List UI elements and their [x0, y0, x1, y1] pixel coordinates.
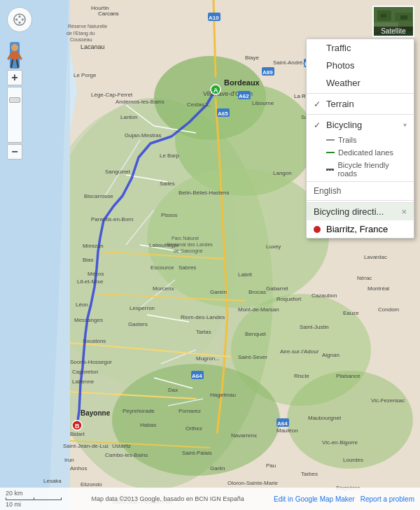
- svg-text:Gasters: Gasters: [128, 321, 148, 327]
- svg-text:Bordeaux: Bordeaux: [224, 78, 260, 87]
- svg-text:Mimizan: Mimizan: [83, 243, 104, 249]
- svg-text:B: B: [75, 423, 80, 430]
- weather-label: Weather: [326, 78, 360, 88]
- destination-item[interactable]: Biarritz, France: [307, 220, 414, 238]
- nav-controls: [7, 7, 32, 32]
- zoom-out-button[interactable]: −: [7, 144, 22, 160]
- svg-text:Riscle: Riscle: [294, 373, 309, 379]
- zoom-controls: + −: [7, 42, 22, 160]
- terrain-item[interactable]: ✓ Terrain: [307, 95, 414, 113]
- svg-text:Libourne: Libourne: [252, 100, 274, 106]
- traffic-item[interactable]: Traffic: [307, 39, 414, 57]
- svg-text:Habas: Habas: [140, 422, 156, 428]
- map-container[interactable]: Bordeaux Villenave-d'Ornon Lacanau Le Po…: [0, 0, 420, 510]
- weather-item[interactable]: Weather: [307, 74, 414, 92]
- svg-text:Brocas: Brocas: [248, 289, 266, 295]
- svg-text:Carcans: Carcans: [98, 10, 119, 17]
- svg-text:Belin-Béliet-Hastens: Belin-Béliet-Hastens: [178, 190, 229, 196]
- svg-text:Navarrenx: Navarrenx: [231, 432, 257, 439]
- zoom-in-button[interactable]: +: [7, 70, 22, 85]
- svg-text:de Gascogne: de Gascogne: [174, 248, 203, 254]
- svg-text:Aire-sur-l'Adour: Aire-sur-l'Adour: [280, 348, 319, 355]
- svg-text:Saint-Sever: Saint-Sever: [238, 354, 267, 360]
- svg-text:Cambo-les-Bains: Cambo-les-Bains: [105, 452, 148, 458]
- svg-marker-156: [18, 22, 21, 24]
- scale-mi: 10 mi: [6, 501, 62, 508]
- trails-subitem: Trails: [307, 134, 414, 146]
- svg-point-9: [112, 364, 280, 476]
- satellite-label: Satellite: [374, 27, 413, 36]
- bicycling-expand[interactable]: ▾: [403, 121, 407, 129]
- pan-button[interactable]: [7, 7, 32, 32]
- svg-text:Dax: Dax: [168, 387, 178, 393]
- svg-text:Le Barp: Le Barp: [160, 153, 180, 159]
- terrain-label: Terrain: [326, 99, 354, 109]
- svg-text:Vic-Fezensac: Vic-Fezensac: [371, 397, 405, 404]
- photos-label: Photos: [326, 60, 354, 71]
- bicycling-check: ✓: [314, 120, 322, 130]
- svg-text:Pomarez: Pomarez: [178, 408, 201, 414]
- svg-text:Maubourgnet: Maubourgnet: [308, 415, 342, 421]
- traffic-label: Traffic: [326, 43, 351, 53]
- svg-text:Vic-en-Bigorre: Vic-en-Bigorre: [322, 439, 358, 446]
- photos-item[interactable]: Photos: [307, 57, 414, 74]
- svg-text:Garlin: Garlin: [210, 465, 225, 472]
- bicycling-directions-label: Bicycling directi...: [314, 206, 384, 217]
- svg-text:Ustaritz: Ustaritz: [112, 443, 131, 449]
- satellite-thumbnail[interactable]: Satellite: [372, 6, 414, 37]
- svg-text:Benquet: Benquet: [245, 331, 267, 337]
- bicycling-item[interactable]: ✓ Bicycling ▾: [307, 116, 414, 134]
- svg-text:Soorts-Hossegor: Soorts-Hossegor: [70, 359, 112, 365]
- svg-text:Lanton: Lanton: [120, 114, 137, 120]
- svg-text:Bayonne: Bayonne: [80, 409, 111, 417]
- svg-text:Aignan: Aignan: [322, 352, 340, 358]
- svg-text:Peyrehorade: Peyrehorade: [122, 408, 155, 414]
- svg-point-160: [11, 44, 18, 51]
- svg-text:Salles: Salles: [160, 180, 175, 187]
- svg-text:Cousseau: Cousseau: [70, 37, 92, 42]
- bicycling-directions-item[interactable]: Bicycling directi... ×: [307, 202, 414, 220]
- svg-text:Condom: Condom: [378, 306, 400, 313]
- streetview-icon[interactable]: [7, 42, 22, 69]
- svg-rect-172: [400, 15, 407, 20]
- zoom-slider[interactable]: [7, 87, 22, 143]
- divider-4: [307, 200, 414, 201]
- svg-rect-161: [11, 52, 18, 60]
- svg-text:Ainhos: Ainhos: [70, 465, 87, 472]
- svg-text:Gujan-Mestras: Gujan-Mestras: [125, 132, 161, 139]
- svg-text:A: A: [214, 87, 218, 94]
- svg-text:Lège-Cap-Ferret: Lège-Cap-Ferret: [91, 92, 133, 98]
- svg-text:Plaisance: Plaisance: [336, 373, 360, 379]
- dedicated-subitem: Dedicated lanes: [307, 146, 414, 159]
- svg-text:Cestas L.: Cestas L.: [187, 101, 211, 108]
- svg-text:Blaye: Blaye: [245, 55, 260, 61]
- svg-text:A64: A64: [192, 373, 202, 379]
- svg-text:Mont-de-Marsan: Mont-de-Marsan: [238, 306, 279, 313]
- copyright-text: Map data ©2013 Google, basado en BCN IGN…: [91, 495, 244, 502]
- svg-text:Lacanau: Lacanau: [80, 43, 105, 50]
- svg-text:Riom-des-Landes: Riom-des-Landes: [181, 314, 225, 320]
- report-problem-link[interactable]: Report a problem: [360, 495, 414, 503]
- dropdown-panel: Traffic Photos Weather ✓ Terrain ✓ Bicyc…: [306, 38, 414, 239]
- svg-text:A64: A64: [277, 420, 288, 427]
- svg-text:Elizondo: Elizondo: [80, 481, 102, 488]
- svg-text:Labouheyre: Labouheyre: [149, 242, 179, 248]
- svg-text:Lesperron: Lesperron: [130, 305, 155, 311]
- trail-icon: [326, 139, 335, 141]
- svg-text:Morcenx: Morcenx: [153, 285, 174, 292]
- edit-map-link[interactable]: Edit in Google Map Maker: [274, 495, 355, 503]
- svg-point-8: [287, 371, 413, 469]
- svg-text:Léon: Léon: [76, 302, 88, 308]
- dedicated-label: Dedicated lanes: [338, 148, 393, 157]
- svg-text:Bidart: Bidart: [70, 431, 85, 437]
- svg-text:A65: A65: [218, 111, 228, 117]
- svg-text:Mézos: Mézos: [88, 271, 104, 277]
- friendly-icon: [326, 169, 334, 171]
- svg-text:Roquefort: Roquefort: [276, 296, 302, 302]
- svg-text:Capbreton: Capbreton: [72, 369, 98, 375]
- language-item[interactable]: English: [307, 183, 414, 199]
- scale-bar: 20 km 10 mi: [6, 490, 62, 508]
- friendly-label: Bicycle friendly roads: [337, 161, 407, 178]
- bicycling-directions-close[interactable]: ×: [401, 206, 407, 217]
- svg-text:Escource: Escource: [150, 264, 174, 271]
